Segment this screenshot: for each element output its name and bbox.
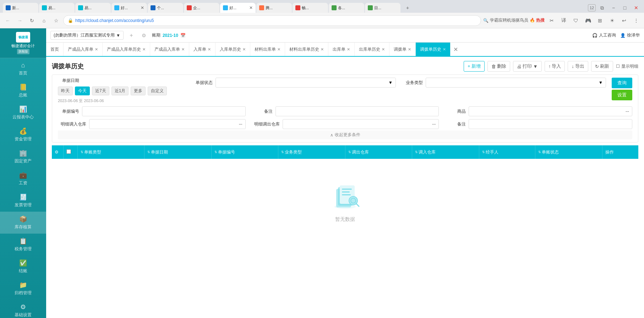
close-icon-pt12[interactable]: ✕ [443, 47, 446, 52]
page-tab-pt2[interactable]: 产成品入库单 ✕ [64, 43, 103, 56]
status-select[interactable]: ▼ [215, 78, 396, 88]
page-tab-pt7[interactable]: 材料出库单 ✕ [250, 43, 285, 56]
th-in-warehouse[interactable]: ⇅ 调入仓库 [412, 145, 479, 159]
refresh-browser-button[interactable]: ↻ [27, 16, 37, 26]
brightness-icon[interactable]: ☀ [607, 16, 617, 26]
select-all-checkbox[interactable] [66, 149, 71, 154]
browser-tab-9[interactable]: 畅... [293, 3, 328, 13]
close-icon-pt3[interactable]: ✕ [142, 47, 146, 52]
sidebar-item-report[interactable]: 📊 云报表中心 [0, 102, 46, 124]
page-tab-pt12[interactable]: 调拨单历史 ✕ [416, 43, 451, 56]
th-number[interactable]: ⇅ 单据编号 [211, 145, 278, 159]
sidebar-item-wages[interactable]: 💼 工资 [0, 168, 46, 190]
page-tab-pt8[interactable]: 材料出库单历史 ✕ [285, 43, 328, 56]
browser-tab-5[interactable]: 个... [148, 3, 183, 13]
browser-tab-6[interactable]: 企... [184, 3, 219, 13]
minimize-button[interactable]: − [608, 3, 618, 13]
th-biz-type[interactable]: ⇅ 业务类型 [278, 145, 345, 159]
goods-select[interactable]: ··· [469, 106, 632, 116]
page-tab-pt4[interactable]: 产成品入库单 ✕ [150, 43, 189, 56]
page-tab-pt10[interactable]: 出库单历史 ✕ [355, 43, 389, 56]
page-tab-pt3[interactable]: 产成品入库单历史 ✕ [103, 43, 150, 56]
close-icon-pt9[interactable]: ✕ [347, 47, 350, 52]
date-1month-button[interactable]: 近1月 [111, 87, 129, 95]
grid-icon[interactable]: ⊞ [595, 16, 605, 26]
biz-type-select[interactable]: ▼ [426, 78, 606, 88]
home-browser-button[interactable]: ⌂ [39, 16, 49, 26]
sidebar-item-assets[interactable]: 🏢 固定资产 [0, 146, 46, 168]
display-toggle[interactable]: ☐ 显示明细 [616, 63, 638, 69]
date-yesterday-button[interactable]: 昨天 [58, 87, 73, 95]
menu-icon[interactable]: ⋮ [631, 16, 641, 26]
sidebar-item-tax[interactable]: 📋 税务管理 [0, 234, 46, 256]
refresh-button[interactable]: ↻ 刷新 [591, 61, 613, 72]
browser-tab-11[interactable]: 目... [365, 3, 400, 13]
close-icon-pt7[interactable]: ✕ [277, 47, 280, 52]
page-tab-pt6[interactable]: 入库单历史 ✕ [215, 43, 250, 56]
th-date[interactable]: ⇅ 单据日期 [144, 145, 212, 159]
undo-icon[interactable]: ↩ [619, 16, 629, 26]
remark-input[interactable] [275, 106, 439, 116]
close-icon-pt10[interactable]: ✕ [382, 47, 385, 52]
sidebar-item-archive[interactable]: 📁 归档管理 [0, 278, 46, 300]
collapse-button[interactable]: ∧ 收起更多条件 [58, 130, 632, 139]
support-link[interactable]: 🎧 人工咨询 [592, 32, 616, 38]
date-more-button[interactable]: 更多 [131, 87, 146, 95]
page-tab-pt9[interactable]: 出库单 ✕ [328, 43, 355, 56]
extension2-icon[interactable]: 🎮 [583, 16, 593, 26]
query-button[interactable]: 查询 [612, 78, 632, 88]
sidebar-item-capital[interactable]: 💰 资金管理 [0, 124, 46, 146]
browser-tab-1[interactable]: 新... [3, 3, 38, 13]
close-icon-tab7[interactable]: ✕ [249, 5, 253, 10]
new-tab-button[interactable]: + [403, 3, 413, 13]
sidebar-item-inventory[interactable]: 📦 库存核算 [0, 212, 46, 234]
print-button[interactable]: 🖨 打印 ▼ [513, 61, 541, 72]
detail-out-select[interactable]: ··· [283, 119, 439, 129]
close-window-button[interactable]: ✕ [631, 3, 641, 13]
th-status[interactable]: ⇅ 单账状态 [535, 145, 602, 159]
th-type[interactable]: ⇅ 单账类型 [77, 145, 144, 159]
sidebar-item-settle[interactable]: ✅ 结账 [0, 256, 46, 278]
sidebar-item-ledger[interactable]: 📒 总账 [0, 80, 46, 102]
detail-in-select[interactable]: ··· [89, 119, 246, 129]
user-profile[interactable]: 👤 徐泽华 [620, 32, 640, 38]
close-icon-pt11[interactable]: ✕ [408, 47, 411, 52]
close-icon-pt6[interactable]: ✕ [242, 47, 246, 52]
doc-num-input[interactable] [82, 106, 246, 116]
remark2-input[interactable] [469, 119, 632, 129]
th-out-warehouse[interactable]: ⇅ 调出仓库 [345, 145, 412, 159]
delete-button[interactable]: 🗑 删除 [487, 61, 510, 72]
scissors-icon[interactable]: ✂ [547, 16, 557, 26]
star-button[interactable]: ☆ [51, 16, 61, 26]
settings-company-button[interactable]: ⚙ [139, 30, 149, 40]
restore-window-button[interactable]: ⧉ [597, 3, 607, 13]
page-tab-home[interactable]: 首页 [46, 43, 64, 56]
page-tab-pt11[interactable]: 调拨单 ✕ [389, 43, 416, 56]
browser-tab-7[interactable]: 好... ✕ [220, 3, 256, 13]
browser-tab-10[interactable]: 各... [329, 3, 364, 13]
th-gear[interactable]: ⚙ [52, 145, 63, 159]
th-checkbox[interactable] [63, 145, 77, 159]
tab-bar-close-all[interactable]: ✕ [451, 43, 461, 56]
settings-filter-button[interactable]: 设置 [612, 90, 632, 100]
export-button[interactable]: ↓ 导出 [568, 61, 588, 72]
close-icon-tab4[interactable]: ✕ [141, 5, 144, 10]
browser-tab-8[interactable]: 腾... [256, 3, 292, 13]
tabs-count-badge[interactable]: 12 [588, 4, 596, 11]
period-selector[interactable]: 账期 2021-10 📅 [152, 32, 186, 38]
browser-tab-3[interactable]: 易... [75, 3, 111, 13]
sidebar-item-basic[interactable]: ⚙ 基础设置 [0, 300, 46, 318]
sidebar-item-invoice[interactable]: 🧾 发票管理 [0, 190, 46, 212]
maximize-button[interactable]: □ [620, 3, 630, 13]
back-button[interactable]: ← [3, 16, 13, 26]
close-icon-pt5[interactable]: ✕ [208, 47, 211, 52]
browser-search-bar[interactable]: 🔍 学霸应聘机场驱鸟员 🔥 热搜 [483, 17, 545, 23]
import-button[interactable]: ↑ 导入 [545, 61, 565, 72]
th-handler[interactable]: ⇅ 经手人 [479, 145, 535, 159]
translate-icon[interactable]: 译 [559, 16, 569, 26]
extension1-icon[interactable]: 🛡 [571, 16, 581, 26]
close-icon-pt8[interactable]: ✕ [321, 47, 324, 52]
page-tab-pt5[interactable]: 入库单 ✕ [189, 43, 215, 56]
date-custom-button[interactable]: 自定义 [148, 87, 167, 95]
close-icon-pt4[interactable]: ✕ [181, 47, 185, 52]
